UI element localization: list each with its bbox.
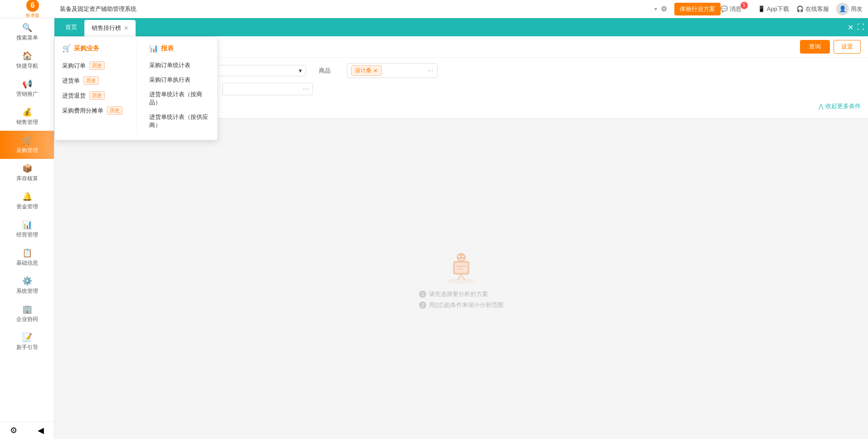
purchase-order-history[interactable]: 历史 [89, 61, 105, 70]
goods-label: 商品 [319, 67, 341, 75]
message-action[interactable]: 💬 消息 5 [721, 5, 751, 13]
system-title-arrow[interactable]: ▾ [654, 6, 657, 12]
salesman-select[interactable]: ··· [222, 83, 313, 95]
main-layout: 🔍 搜索菜单 🏠 快捷导航 📢 营销推广 💰 销售管理 🛒 采购管理 📦 库存核… [0, 18, 868, 439]
guide-icon: 📝 [22, 332, 32, 342]
order-exec-label: 采购订单执行表 [149, 76, 190, 84]
svg-rect-2 [455, 263, 468, 273]
system-title: 装备及固定资产辅助管理系统 [60, 5, 654, 13]
home-icon: 🏠 [22, 51, 32, 61]
sales-icon: 💰 [22, 107, 32, 117]
goods-select[interactable]: 设计桑 ✕ ··· [347, 63, 438, 78]
message-icon: 💬 [721, 5, 728, 12]
sidebar-settings-icon[interactable]: ⚙ [10, 425, 17, 435]
tab-sales-rank-label: 销售排行榜 [92, 24, 121, 32]
sidebar-label-guide: 新手引导 [16, 344, 38, 351]
tab-sales-rank-close[interactable]: ✕ [124, 25, 128, 31]
sidebar-label-operations: 经营管理 [16, 231, 38, 239]
goods-tag-value: 设计桑 [355, 67, 371, 74]
purchase-order-label: 采购订单 [62, 62, 86, 70]
tab-close-btn[interactable]: ✕ [848, 23, 853, 32]
svg-point-5 [462, 256, 464, 257]
instock-goods-label: 进货单统计表（按商品） [149, 90, 210, 107]
collapse-filters-btn[interactable]: ⋀ 收起更多条件 [819, 102, 861, 110]
operations-icon: 📊 [22, 220, 32, 230]
svg-point-3 [457, 253, 466, 262]
phone-icon: 📱 [758, 5, 765, 12]
goods-dots[interactable]: ··· [427, 67, 433, 75]
enterprise-icon: 🏢 [22, 304, 32, 314]
dropdown-item-return[interactable]: 进货退货 历史 [62, 88, 123, 103]
message-label: 消息 [730, 5, 741, 13]
dropdown-item-purchase-order[interactable]: 采购订单 历史 [62, 58, 123, 73]
sidebar-item-sales[interactable]: 💰 销售管理 [0, 103, 54, 131]
svg-rect-7 [457, 268, 463, 270]
purchase-icon: 🛒 [22, 135, 32, 145]
sidebar-item-inventory[interactable]: 📦 库存核算 [0, 159, 54, 187]
sidebar-label-purchase: 采购管理 [16, 147, 38, 154]
tab-bar-actions: ✕ ⛶ [848, 23, 864, 32]
top-bar: 6 标准版 装备及固定资产辅助管理系统 ▾ ⚙ 体验行业方案 💬 消息 5 📱 … [0, 0, 868, 18]
dropdown-item-instock[interactable]: 进货单 历史 [62, 73, 123, 88]
search-icon: 🔍 [22, 23, 32, 33]
headset-icon: 🎧 [796, 5, 804, 12]
order-status-arrow: ▾ [299, 67, 302, 74]
sidebar-collapse-icon[interactable]: ◀ [38, 425, 44, 435]
industry-btn[interactable]: 体验行业方案 [674, 3, 721, 15]
sidebar-item-system[interactable]: ⚙️ 系统管理 [0, 271, 54, 300]
main-content: 1 请先选择要分析的方案 2 用[过滤]条件来缩小分析范围 [54, 118, 868, 439]
basic-info-icon: 📋 [22, 248, 32, 258]
logo-area: 6 标准版 [5, 0, 60, 19]
app-download-action[interactable]: 📱 App下载 [758, 5, 789, 13]
sidebar-item-finance[interactable]: 🔔 资金管理 [0, 187, 54, 215]
sidebar-item-purchase[interactable]: 🛒 采购管理 [0, 131, 54, 159]
expense-label: 采购费用分摊单 [62, 107, 103, 115]
instock-history[interactable]: 历史 [83, 76, 99, 85]
collapse-up-icon: ⋀ [819, 103, 824, 110]
settings-icon[interactable]: ⚙ [661, 5, 667, 13]
report-col: 📊 报表 采购订单统计表 采购订单执行表 进货单统计表（按商品） 进货单统计表（… [149, 44, 210, 133]
sidebar-label-enterprise: 企业协同 [16, 316, 38, 323]
sidebar: 🔍 搜索菜单 🏠 快捷导航 📢 营销推广 💰 销售管理 🛒 采购管理 📦 库存核… [0, 18, 54, 439]
top-actions: 💬 消息 5 📱 App下载 🎧 在线客服 👤 用友 [721, 3, 863, 15]
sidebar-item-operations[interactable]: 📊 经营管理 [0, 215, 54, 243]
tab-maximize-btn[interactable]: ⛶ [857, 23, 864, 31]
dropdown-item-order-stats[interactable]: 采购订单统计表 [149, 58, 210, 73]
dropdown-item-expense[interactable]: 采购费用分摊单 历史 [62, 103, 123, 118]
svg-point-0 [448, 278, 475, 284]
return-label: 进货退货 [62, 92, 86, 100]
sidebar-item-basic-info[interactable]: 📋 基础信息 [0, 243, 54, 271]
sidebar-item-quick-nav[interactable]: 🏠 快捷导航 [0, 46, 54, 74]
dropdown-item-order-exec[interactable]: 采购订单执行表 [149, 73, 210, 87]
tab-sales-rank[interactable]: 销售排行榜 ✕ [84, 20, 136, 36]
dropdown-item-instock-goods[interactable]: 进货单统计表（按商品） [149, 87, 210, 110]
empty-state: 1 请先选择要分析的方案 2 用[过滤]条件来缩小分析范围 [419, 248, 503, 309]
order-status-select[interactable]: ▾ [215, 65, 306, 76]
sidebar-label-system: 系统管理 [16, 287, 38, 295]
query-button[interactable]: 查询 [800, 40, 830, 54]
report-col-title: 📊 报表 [149, 44, 210, 53]
online-service-label: 在线客服 [805, 5, 829, 13]
goods-tag: 设计桑 ✕ [351, 65, 382, 76]
tab-home[interactable]: 首页 [58, 18, 84, 36]
tab-bar: 首页 销售排行榜 ✕ ✕ ⛶ [54, 18, 868, 36]
salesman-dots[interactable]: ··· [303, 85, 309, 93]
user-action[interactable]: 👤 用友 [836, 3, 863, 15]
settings-button[interactable]: 设置 [834, 40, 861, 54]
goods-tag-remove[interactable]: ✕ [373, 68, 378, 74]
sidebar-item-marketing[interactable]: 📢 营销推广 [0, 74, 54, 103]
sidebar-item-guide[interactable]: 📝 新手引导 [0, 328, 54, 356]
online-service-action[interactable]: 🎧 在线客服 [796, 5, 829, 13]
expense-history[interactable]: 历史 [107, 106, 122, 115]
purchase-dropdown-menu: 🛒 采购业务 采购订单 历史 进货单 历史 进货退货 历史 采购费用分摊单 [54, 36, 218, 140]
dropdown-item-instock-supplier[interactable]: 进货单统计表（按供应商） [149, 110, 210, 133]
return-history[interactable]: 历史 [89, 91, 105, 100]
empty-hints: 1 请先选择要分析的方案 2 用[过滤]条件来缩小分析范围 [419, 290, 503, 309]
message-badge: 5 [741, 2, 748, 9]
empty-hint-1: 1 请先选择要分析的方案 [419, 290, 503, 298]
sidebar-item-enterprise[interactable]: 🏢 企业协同 [0, 300, 54, 328]
marketing-icon: 📢 [22, 79, 32, 89]
user-label: 用友 [851, 5, 863, 13]
hint-text-2: 用[过滤]条件来缩小分析范围 [429, 301, 503, 309]
sidebar-item-search[interactable]: 🔍 搜索菜单 [0, 18, 54, 46]
